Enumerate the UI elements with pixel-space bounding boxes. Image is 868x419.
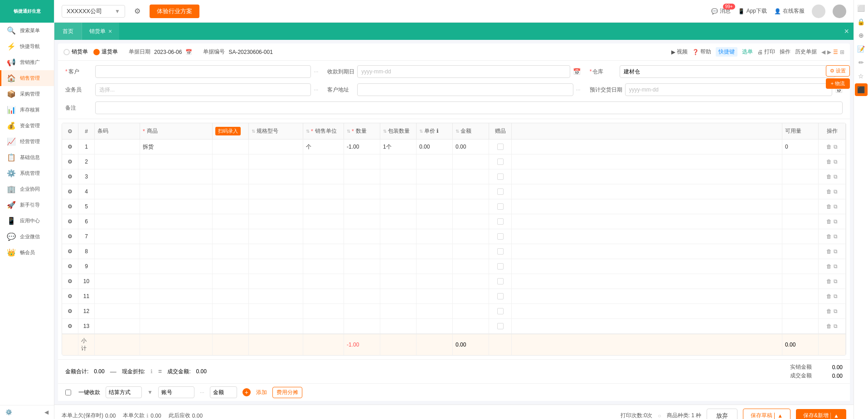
user-avatar2[interactable] [833, 5, 846, 18]
row5-note[interactable] [512, 199, 782, 214]
row11-qty[interactable] [344, 289, 380, 303]
rp-btn-5[interactable]: ✏ [855, 56, 868, 69]
row13-gift[interactable] [489, 319, 512, 333]
row2-gift[interactable] [489, 154, 512, 169]
row2-spec[interactable] [249, 154, 303, 169]
row5-qty[interactable] [344, 199, 380, 214]
row10-barcode[interactable] [95, 274, 140, 289]
history-btn[interactable]: 历史单据 [795, 48, 817, 56]
row4-delete-icon[interactable]: 🗑 [826, 188, 832, 195]
row6-spec[interactable] [249, 214, 303, 229]
row8-gear[interactable]: ⚙ [62, 244, 78, 259]
row5-delete-icon[interactable]: 🗑 [826, 203, 832, 210]
sidebar-item-wechat[interactable]: 💬 企业微信 [0, 229, 54, 245]
row10-unit[interactable] [303, 274, 344, 289]
row13-note[interactable] [512, 319, 782, 333]
row9-delete-icon[interactable]: 🗑 [826, 263, 832, 270]
row3-price[interactable] [417, 169, 453, 184]
row5-product[interactable] [140, 199, 213, 214]
row11-amount[interactable] [453, 289, 489, 303]
tab-close-icon[interactable]: × [108, 28, 112, 35]
row8-barcode[interactable] [95, 244, 140, 259]
expected-date-input[interactable]: yyyy-mm-dd [625, 83, 832, 96]
row11-gear[interactable]: ⚙ [62, 289, 78, 303]
row11-note[interactable] [512, 289, 782, 303]
row5-unit[interactable] [303, 199, 344, 214]
total-owed-icon[interactable]: ℹ [146, 413, 149, 419]
one-click-pay-checkbox[interactable] [65, 390, 71, 395]
row10-spec[interactable] [249, 274, 303, 289]
sidebar-item-purchase[interactable]: 📦 采购管理 [0, 86, 54, 102]
row2-qty[interactable] [344, 154, 380, 169]
row4-copy-icon[interactable]: ⧉ [834, 188, 838, 195]
row2-product[interactable] [140, 154, 213, 169]
row9-product[interactable] [140, 259, 213, 274]
salesperson-input[interactable]: 选择... [95, 83, 311, 96]
save-draft-button[interactable]: 保存草稿 ▲ [743, 409, 790, 419]
col-header-gear[interactable]: ⚙ [62, 123, 78, 139]
discount-info-icon[interactable]: ℹ [150, 368, 153, 375]
row12-delete-icon[interactable]: 🗑 [826, 308, 832, 314]
row9-qty[interactable] [344, 259, 380, 274]
row11-spec[interactable] [249, 289, 303, 303]
row6-unit[interactable] [303, 214, 344, 229]
row4-amount[interactable] [453, 184, 489, 199]
user-avatar[interactable] [812, 5, 825, 18]
row9-price[interactable] [417, 259, 453, 274]
row5-copy-icon[interactable]: ⧉ [834, 203, 838, 210]
rp-btn-7[interactable]: ⬛ [855, 83, 868, 96]
row7-unit[interactable] [303, 229, 344, 244]
customer-more-icon[interactable]: ··· [314, 68, 318, 75]
company-selector[interactable]: XXXXXX公司 ▼ [62, 5, 125, 18]
row4-gift[interactable] [489, 184, 512, 199]
row3-barcode[interactable] [95, 169, 140, 184]
row2-barcode[interactable] [95, 154, 140, 169]
row9-barcode[interactable] [95, 259, 140, 274]
sidebar-item-quicknav[interactable]: ⚡ 快捷导航 [0, 39, 54, 54]
sidebar-item-system[interactable]: ⚙️ 系统管理 [0, 165, 54, 181]
row2-copy-icon[interactable]: ⧉ [834, 159, 838, 165]
row5-gear[interactable]: ⚙ [62, 199, 78, 214]
warehouse-input[interactable]: 建材仓 [620, 65, 835, 78]
sidebar-item-operations[interactable]: 📈 经营管理 [0, 134, 54, 149]
row3-spec[interactable] [249, 169, 303, 184]
row6-note[interactable] [512, 214, 782, 229]
trial-button[interactable]: 体验行业方案 [150, 5, 199, 18]
row8-unit[interactable] [303, 244, 344, 259]
row5-price[interactable] [417, 199, 453, 214]
row1-copy-icon[interactable]: ⧉ [834, 144, 838, 150]
row1-gift[interactable] [489, 140, 512, 154]
online-service-btn[interactable]: 👤 在线客服 [774, 7, 805, 15]
settlement-method-input[interactable]: 结算方式 [106, 386, 142, 398]
row9-unit[interactable] [303, 259, 344, 274]
row2-pkg[interactable] [380, 154, 417, 169]
row12-price[interactable] [417, 304, 453, 318]
scan-btn[interactable]: 扫码录入 [215, 127, 241, 135]
row6-qty[interactable] [344, 214, 380, 229]
row2-unit[interactable] [303, 154, 344, 169]
radio-return-order[interactable]: 退货单 [93, 48, 118, 56]
settings-side-btn[interactable]: ⚙ 设置 [826, 65, 850, 77]
row1-delete-icon[interactable]: 🗑 [826, 144, 832, 150]
row8-copy-icon[interactable]: ⧉ [834, 248, 838, 255]
row1-amount[interactable]: 0.00 [453, 140, 489, 154]
row9-copy-icon[interactable]: ⧉ [834, 263, 838, 270]
row9-pkg[interactable] [380, 259, 417, 274]
rp-btn-3[interactable]: ⊕ [855, 29, 868, 42]
row1-note[interactable] [512, 140, 782, 154]
row11-unit[interactable] [303, 289, 344, 303]
row1-price[interactable]: 0.00 [417, 140, 453, 154]
radio-sales-order[interactable]: 销货单 [63, 48, 88, 56]
row2-delete-icon[interactable]: 🗑 [826, 159, 832, 165]
row11-product[interactable] [140, 289, 213, 303]
grid-view-icon[interactable]: ⊞ [840, 49, 844, 55]
row5-gift[interactable] [489, 199, 512, 214]
rp-btn-2[interactable]: 🔒 [855, 15, 868, 28]
row1-pkg[interactable]: 1个 [380, 140, 417, 154]
list-view-icon[interactable]: ☰ [833, 49, 838, 55]
row6-product[interactable] [140, 214, 213, 229]
sidebar-item-search[interactable]: 🔍 搜索菜单 [0, 23, 54, 39]
tab-sales-order[interactable]: 销货单 × [82, 23, 119, 40]
row5-pkg[interactable] [380, 199, 417, 214]
row11-gift[interactable] [489, 289, 512, 303]
